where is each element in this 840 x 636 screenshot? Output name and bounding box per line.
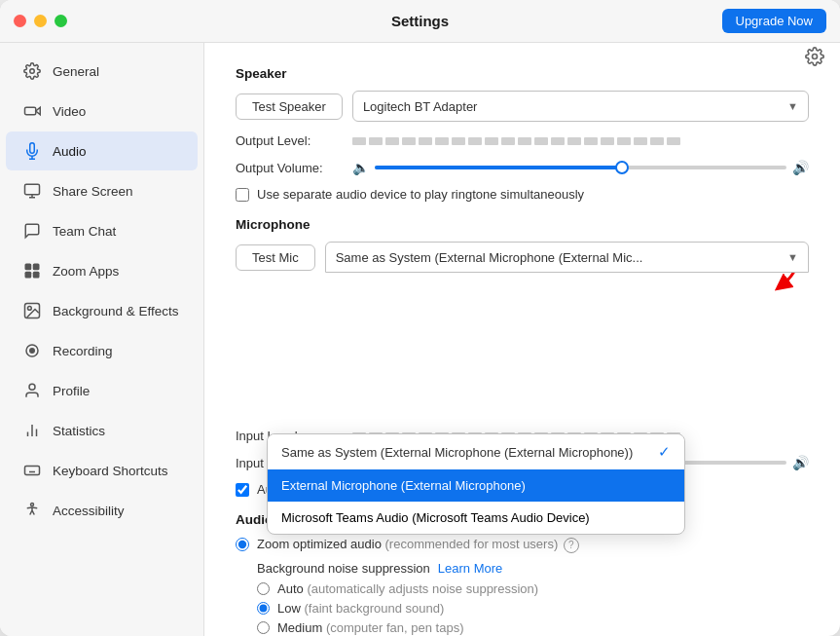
speaker-label: Speaker (236, 66, 809, 81)
share-screen-icon (21, 180, 43, 202)
noise-auto-radio[interactable] (257, 582, 270, 595)
separate-audio-label: Use separate audio device to play ringto… (257, 187, 584, 202)
output-level-row: Output Level: (236, 133, 809, 148)
sidebar-label-general: General (53, 64, 99, 79)
sidebar-item-statistics[interactable]: Statistics (6, 411, 198, 450)
dropdown-check-icon: ✓ (658, 443, 671, 461)
zoom-optimized-radio[interactable] (236, 538, 249, 551)
separate-audio-row: Use separate audio device to play ringto… (236, 187, 809, 202)
noise-low-label: Low (faint background sound) (277, 601, 444, 616)
sidebar-item-accessibility[interactable]: Accessibility (6, 491, 198, 530)
output-volume-label: Output Volume: (236, 161, 343, 175)
window-controls (14, 15, 67, 27)
mic-select[interactable]: Same as System (External Microphone (Ext… (325, 242, 809, 273)
volume-low-icon: 🔈 (352, 160, 369, 175)
auto-adjust-checkbox[interactable] (236, 483, 249, 497)
zoom-apps-icon (21, 260, 43, 281)
minimize-button[interactable] (34, 15, 47, 27)
level-seg-3 (385, 137, 399, 145)
noise-low-row: Low (faint background sound) (257, 601, 809, 616)
level-seg-10 (501, 137, 515, 145)
sidebar: General Video Audio Share Screen (0, 43, 204, 636)
sidebar-label-team-chat: Team Chat (53, 224, 116, 239)
noise-low-radio[interactable] (257, 602, 270, 615)
mic-device-text: Same as System (External Microphone (Ext… (336, 250, 787, 265)
dropdown-item-3-label: Microsoft Teams Audio (Microsoft Teams A… (281, 510, 590, 525)
statistics-icon (21, 420, 43, 441)
sidebar-item-team-chat[interactable]: Team Chat (6, 211, 198, 250)
speaker-dropdown-arrow: ▼ (787, 100, 798, 112)
noise-medium-label: Medium (computer fan, pen taps) (277, 620, 464, 635)
zoom-optimized-row: Zoom optimized audio (recommended for mo… (236, 537, 809, 553)
svg-point-0 (30, 69, 35, 74)
noise-auto-row: Auto (automatically adjusts noise suppre… (257, 581, 809, 596)
video-icon (21, 100, 43, 122)
level-seg-9 (485, 137, 498, 145)
sidebar-label-share-screen: Share Screen (53, 184, 133, 199)
output-volume-thumb[interactable] (615, 161, 629, 174)
zoom-optimized-help-icon[interactable]: ? (564, 538, 579, 553)
input-volume-high-icon: 🔊 (792, 455, 809, 470)
maximize-button[interactable] (55, 15, 67, 27)
content-area: Speaker Test Speaker Logitech BT Adapter… (204, 43, 840, 636)
svg-rect-11 (33, 272, 40, 279)
level-seg-18 (634, 137, 647, 145)
sidebar-label-profile: Profile (53, 384, 90, 398)
noise-medium-row: Medium (computer fan, pen taps) (257, 620, 809, 635)
svg-rect-9 (33, 264, 40, 271)
level-seg-1 (352, 137, 366, 145)
sidebar-item-recording[interactable]: Recording (6, 331, 198, 370)
sidebar-label-background-effects: Background & Effects (53, 304, 179, 318)
audio-icon (21, 140, 43, 162)
speaker-device-text: Logitech BT Adapter (363, 99, 787, 114)
noise-medium-radio[interactable] (257, 621, 270, 634)
speaker-select[interactable]: Logitech BT Adapter ▼ (352, 91, 809, 122)
svg-point-27 (813, 55, 818, 59)
sidebar-label-accessibility: Accessibility (53, 504, 125, 518)
close-button[interactable] (14, 15, 26, 27)
sidebar-item-general[interactable]: General (6, 52, 198, 91)
gear-settings-icon[interactable] (805, 47, 824, 70)
level-seg-19 (650, 137, 664, 145)
dropdown-item-2[interactable]: External Microphone (External Microphone… (268, 469, 684, 502)
svg-rect-5 (25, 184, 40, 195)
noise-suppression-label: Background noise suppression Learn More (257, 561, 809, 576)
accessibility-icon (21, 500, 43, 521)
level-seg-6 (435, 137, 449, 145)
sidebar-label-recording: Recording (53, 344, 113, 358)
main-layout: General Video Audio Share Screen (0, 43, 840, 636)
profile-icon (21, 380, 43, 401)
dropdown-item-1[interactable]: Same as System (External Microphone (Ext… (268, 434, 684, 469)
svg-point-15 (30, 349, 35, 354)
output-volume-track[interactable] (375, 166, 786, 169)
zoom-optimized-label: Zoom optimized audio (recommended for mo… (257, 537, 579, 553)
sidebar-label-zoom-apps: Zoom Apps (53, 264, 119, 279)
dropdown-item-3[interactable]: Microsoft Teams Audio (Microsoft Teams A… (268, 502, 684, 534)
test-speaker-button[interactable]: Test Speaker (236, 94, 343, 120)
volume-slider-container: 🔈 🔊 (352, 160, 809, 175)
sidebar-item-zoom-apps[interactable]: Zoom Apps (6, 251, 198, 290)
sidebar-item-share-screen[interactable]: Share Screen (6, 171, 198, 210)
recording-icon (21, 340, 43, 361)
level-seg-15 (584, 137, 598, 145)
sidebar-item-audio[interactable]: Audio (6, 131, 198, 170)
svg-rect-1 (25, 107, 36, 115)
svg-rect-10 (25, 272, 32, 279)
level-seg-11 (518, 137, 531, 145)
output-volume-row: Output Volume: 🔈 🔊 (236, 160, 809, 175)
sidebar-item-profile[interactable]: Profile (6, 371, 198, 410)
sidebar-item-background-effects[interactable]: Background & Effects (6, 291, 198, 330)
upgrade-button[interactable]: Upgrade Now (722, 9, 827, 33)
sidebar-label-keyboard-shortcuts: Keyboard Shortcuts (53, 464, 168, 478)
svg-point-13 (28, 307, 32, 311)
test-mic-button[interactable]: Test Mic (236, 244, 315, 271)
mic-device-row: Test Mic Same as System (External Microp… (236, 242, 809, 273)
sidebar-item-keyboard-shortcuts[interactable]: Keyboard Shortcuts (6, 451, 198, 490)
separate-audio-checkbox[interactable] (236, 188, 249, 202)
output-level-label: Output Level: (236, 133, 343, 148)
volume-high-icon: 🔊 (792, 160, 809, 175)
sidebar-label-audio: Audio (53, 144, 87, 159)
sidebar-item-video[interactable]: Video (6, 92, 198, 131)
learn-more-link[interactable]: Learn More (438, 561, 502, 576)
svg-rect-20 (25, 467, 40, 475)
